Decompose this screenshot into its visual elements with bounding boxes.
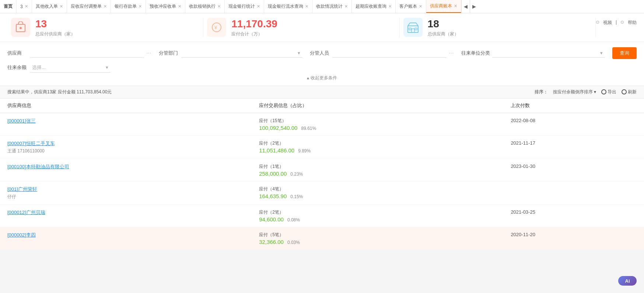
video-link[interactable]: 视频	[603, 20, 612, 26]
circle-play-icon: ⊙	[596, 20, 599, 25]
total-supplier-info: 18 总供应商（家）	[428, 18, 459, 37]
balance-filter-label: 往来余额	[7, 64, 28, 71]
nav-right-arrow[interactable]: ▶	[470, 0, 478, 13]
supplier-icon	[11, 18, 30, 37]
last-pay-cell: 2021-11-17	[511, 140, 637, 146]
tx-amount[interactable]: 32,366.00	[259, 239, 284, 245]
nav-tab-3[interactable]: 3 ✕	[17, 0, 32, 13]
nav-tab-cash-bank-stat[interactable]: 现金银行统计 ✕	[225, 0, 264, 13]
nav-tab-overdue-query-label: 超期应收账查询	[356, 3, 386, 10]
close-icon[interactable]: ✕	[217, 4, 221, 9]
supplier-link[interactable]: [000100]本特勒油品有限公司	[7, 163, 259, 170]
nav-tab-prepay-offset[interactable]: 预收冲应收单 ✕	[146, 0, 185, 13]
transaction-cell: 应付（2笔） 94,600.00 0.08%	[259, 209, 511, 223]
summary-card-total-supplier: 18 总供应商（家）	[400, 18, 596, 37]
supplier-sub: 王通 17106110000	[7, 148, 259, 154]
nav-tab-other-income[interactable]: 其他收入单 ✕	[32, 0, 67, 13]
tx-label: 应付（4笔）	[259, 186, 511, 192]
help-link[interactable]: 帮助	[628, 20, 637, 26]
separator: |	[616, 20, 617, 25]
tx-row: 164,635.90 0.15%	[259, 192, 511, 199]
balance-filter-select[interactable]: 选择...	[30, 63, 111, 73]
table-row: [000002]李四 应付（5笔） 32,366.00 0.03% 2020-1…	[0, 227, 644, 250]
tx-row: 32,366.00 0.03%	[259, 238, 511, 245]
supplier-link[interactable]: [000012]广州贝瑞	[7, 209, 259, 216]
nav-tab-bank-deposit-label: 银行存款单	[115, 3, 137, 10]
close-icon[interactable]: ✕	[344, 4, 348, 9]
close-icon[interactable]: ✕	[454, 4, 457, 8]
nav-tab-supplier-ledger[interactable]: 供应商账本 ✕	[426, 0, 461, 13]
dept-chevron-down-icon	[298, 50, 300, 56]
close-icon[interactable]: ✕	[104, 4, 107, 9]
nav-tab-cash-flow-query[interactable]: 现金银行流水查询 ✕	[264, 0, 312, 13]
collapse-button[interactable]: 收起更多条件	[7, 73, 637, 82]
result-bar: 搜索结果中，供应商13家 应付金额 111,703,854.00元 排序： 按应…	[0, 86, 644, 99]
close-icon[interactable]: ✕	[25, 4, 28, 9]
nav-tab-ar-ap-adjust[interactable]: 应收应付调整单 ✕	[67, 0, 111, 13]
col-last-payment-header: 上次付数	[511, 102, 637, 109]
close-icon[interactable]: ✕	[139, 4, 142, 9]
nav-tab-collection-stat[interactable]: 收款情况统计 ✕	[312, 0, 352, 13]
tx-amount[interactable]: 94,600.00	[259, 216, 284, 223]
query-button[interactable]: 查询	[612, 47, 637, 59]
close-icon[interactable]: ✕	[257, 4, 260, 9]
table-row: [000100]本特勒油品有限公司 应付（1笔） 258,000.00 0.23…	[0, 159, 644, 182]
category-filter-select[interactable]	[492, 49, 605, 58]
nav-tab-collection-exec[interactable]: 收款核销执行 ✕	[185, 0, 225, 13]
col-supplier-header: 供应商信息	[7, 102, 259, 109]
supplier-link[interactable]: [000007]恒旺二手叉车	[7, 140, 259, 147]
dept-filter-select[interactable]	[181, 49, 303, 58]
supplier-link[interactable]: [000002]李四	[7, 232, 259, 238]
last-pay-cell: 2022-08-08	[511, 118, 637, 123]
sort-chevron-down-icon	[594, 89, 596, 94]
nav-tab-ar-ap-adjust-label: 应收应付调整单	[71, 3, 102, 10]
supplier-info-cell: [000002]李四	[7, 232, 259, 238]
sort-value[interactable]: 按应付余额倒序排序	[553, 89, 596, 95]
supplier-link[interactable]: [000001]张三	[7, 118, 259, 124]
close-icon[interactable]: ✕	[305, 4, 308, 9]
person-filter-dots[interactable]: ···	[449, 50, 454, 56]
tx-amount[interactable]: 11,051,486.00	[259, 147, 294, 154]
nav-tab-customer-ledger-label: 客户账本	[399, 3, 417, 10]
refresh-button[interactable]: 刷新	[622, 89, 637, 95]
supplier-info-cell: [000100]本特勒油品有限公司	[7, 163, 259, 170]
tx-amount[interactable]: 164,635.90	[259, 193, 287, 199]
supplier-link[interactable]: [001]广州荣轩	[7, 186, 259, 193]
last-pay-cell: 2020-11-20	[511, 232, 637, 237]
table-row: [001]广州荣轩 仔仔 应付（4笔） 164,635.90 0.15%	[0, 182, 644, 205]
close-icon[interactable]: ✕	[419, 4, 422, 9]
supplier-count: 13	[35, 18, 75, 30]
close-icon[interactable]: ✕	[178, 4, 181, 9]
transaction-cell: 应付（1笔） 258,000.00 0.23%	[259, 163, 511, 177]
supplier-filter-input[interactable]	[30, 49, 144, 58]
nav-tab-home[interactable]: 首页	[0, 0, 17, 13]
nav-tab-collection-exec-label: 收款核销执行	[189, 3, 216, 10]
supplier-info-cell: [000001]张三	[7, 118, 259, 124]
filter-area: 供应商 ··· 分管部门 分管人员 ··· 往来单位分类 查询	[0, 42, 644, 86]
nav-tab-customer-ledger[interactable]: 客户账本 ✕	[396, 0, 426, 13]
tx-amount[interactable]: 100,092,540.00	[259, 125, 297, 131]
last-pay-cell: 2023-01-30	[511, 163, 637, 169]
export-button[interactable]: 导出	[601, 89, 616, 95]
sort-label: 排序：	[535, 89, 548, 95]
close-icon[interactable]: ✕	[60, 4, 63, 9]
nav-tab-other-income-label: 其他收入单	[36, 3, 58, 10]
nav-tab-overdue-query[interactable]: 超期应收账查询 ✕	[352, 0, 396, 13]
nav-left-arrow[interactable]: ◀	[461, 0, 470, 13]
top-nav: 首页 3 ✕ 其他收入单 ✕ 应收应付调整单 ✕ 银行存款单 ✕ 预收冲应收单 …	[0, 0, 644, 13]
money-icon: ¥	[207, 18, 226, 37]
balance-select-value: 选择...	[32, 64, 46, 71]
close-icon[interactable]: ✕	[388, 4, 392, 9]
table-row: [000007]恒旺二手叉车 王通 17106110000 应付（2笔） 11,…	[0, 136, 644, 159]
chevron-up-icon	[307, 75, 309, 80]
tx-amount[interactable]: 258,000.00	[259, 170, 287, 177]
nav-tab-3-label: 3	[20, 4, 23, 9]
supplier-count-label: 总应付供应商（家）	[35, 31, 75, 37]
svg-rect-7	[415, 28, 417, 30]
supplier-filter-dots[interactable]: ···	[146, 50, 151, 56]
nav-tab-supplier-ledger-label: 供应商账本	[430, 3, 452, 9]
person-filter-input[interactable]	[332, 49, 447, 58]
person-filter-label: 分管人员	[310, 50, 330, 56]
nav-tab-home-label: 首页	[4, 3, 13, 10]
nav-tab-bank-deposit[interactable]: 银行存款单 ✕	[111, 0, 146, 13]
